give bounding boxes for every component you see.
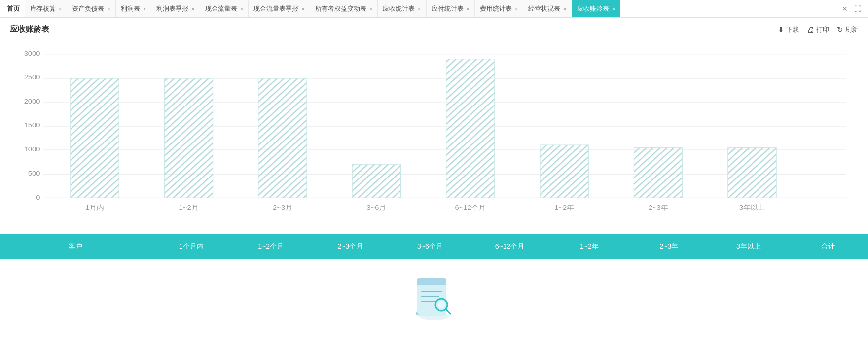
tab-equity[interactable]: 所有者权益变动表 × xyxy=(310,0,378,18)
svg-text:1月内: 1月内 xyxy=(85,203,104,211)
svg-text:1500: 1500 xyxy=(24,121,40,129)
svg-text:2500: 2500 xyxy=(24,73,40,81)
svg-text:0: 0 xyxy=(36,193,40,201)
tab-profit-quarterly-label: 利润表季报 xyxy=(156,4,188,13)
bar-1月内 xyxy=(71,78,119,198)
refresh-label: 刷新 xyxy=(845,25,858,34)
empty-state xyxy=(0,259,868,355)
window-maximize-btn[interactable]: ⛶ xyxy=(853,4,862,13)
svg-text:1~2月: 1~2月 xyxy=(179,203,199,211)
bar-3-6月 xyxy=(352,164,400,198)
col-3year-plus: 3年以上 xyxy=(709,242,788,251)
col-1month: 1个月内 xyxy=(151,242,231,251)
tab-profit-close[interactable]: × xyxy=(143,6,146,12)
tab-expense-stat[interactable]: 费用统计表 × xyxy=(475,0,523,18)
tab-cashflow-quarterly[interactable]: 现金流量表季报 × xyxy=(249,0,310,18)
tab-equity-close[interactable]: × xyxy=(369,6,372,12)
svg-text:2000: 2000 xyxy=(24,98,40,105)
table-header: 客户 1个月内 1~2个月 2~3个月 3~6个月 6~12个月 1~2年 2~… xyxy=(0,234,868,259)
bar-1-2月 xyxy=(164,78,213,198)
window-controls: ✕ ⛶ xyxy=(840,4,866,13)
header-actions: ⬇ 下载 🖨 打印 ↻ 刷新 xyxy=(778,25,858,34)
print-icon: 🖨 xyxy=(807,25,814,34)
tab-balance-close[interactable]: × xyxy=(107,6,110,12)
svg-point-30 xyxy=(438,301,445,308)
svg-text:3000: 3000 xyxy=(24,50,40,57)
tab-ar-stat-close[interactable]: × xyxy=(418,6,421,12)
tab-cashflow-close[interactable]: × xyxy=(240,6,243,12)
tab-expense-stat-label: 费用统计表 xyxy=(480,4,512,13)
tab-cashflow-quarterly-label: 现金流量表季报 xyxy=(253,4,298,13)
col-2-3month: 2~3个月 xyxy=(311,242,390,251)
svg-text:3年以上: 3年以上 xyxy=(739,203,765,211)
tab-ap-stat[interactable]: 应付统计表 × xyxy=(427,0,475,18)
tab-expense-stat-close[interactable]: × xyxy=(515,6,518,12)
bar-3年以上 xyxy=(728,148,776,198)
print-label: 打印 xyxy=(816,25,829,34)
chart-area: 0 500 1000 1500 2000 2500 3000 xyxy=(0,41,868,234)
svg-text:1~2年: 1~2年 xyxy=(554,203,574,211)
svg-text:2~3月: 2~3月 xyxy=(273,203,292,211)
bar-2-3年 xyxy=(634,148,682,198)
tab-profit-quarterly[interactable]: 利润表季报 × xyxy=(151,0,200,18)
tab-home[interactable]: 首页 xyxy=(2,0,25,18)
col-customer: 客户 xyxy=(0,242,151,251)
page-title: 应收账龄表 xyxy=(10,24,49,35)
tab-ar-aging[interactable]: 应收账龄表 × xyxy=(572,0,620,18)
chart-svg: 0 500 1000 1500 2000 2500 3000 xyxy=(10,46,858,234)
col-total: 合计 xyxy=(789,242,868,251)
tab-operation-label: 经营状况表 xyxy=(528,4,560,13)
tab-profit-label: 利润表 xyxy=(121,4,140,13)
col-2-3year: 2~3年 xyxy=(629,242,709,251)
refresh-button[interactable]: ↻ 刷新 xyxy=(837,25,858,34)
tab-profit-quarterly-close[interactable]: × xyxy=(191,6,194,12)
svg-line-31 xyxy=(446,309,450,314)
svg-text:3~6月: 3~6月 xyxy=(366,203,386,211)
tab-profit[interactable]: 利润表 × xyxy=(116,0,151,18)
download-button[interactable]: ⬇ 下载 xyxy=(778,25,799,34)
svg-text:6~12个月: 6~12个月 xyxy=(455,203,485,211)
bar-6-12月 xyxy=(446,59,495,198)
page-header: 应收账龄表 ⬇ 下载 🖨 打印 ↻ 刷新 xyxy=(0,18,868,41)
tab-operation-close[interactable]: × xyxy=(563,6,566,12)
tab-inventory-close[interactable]: × xyxy=(59,6,62,12)
print-button[interactable]: 🖨 打印 xyxy=(807,25,829,34)
svg-text:2~3年: 2~3年 xyxy=(649,203,668,211)
tab-ar-stat-label: 应收统计表 xyxy=(383,4,415,13)
svg-text:500: 500 xyxy=(28,169,40,177)
tab-ar-stat[interactable]: 应收统计表 × xyxy=(378,0,426,18)
bar-1-2年 xyxy=(540,145,588,198)
download-label: 下载 xyxy=(786,25,799,34)
col-6-12month: 6~12个月 xyxy=(470,242,549,251)
svg-rect-25 xyxy=(417,278,446,285)
tab-cashflow[interactable]: 现金流量表 × xyxy=(200,0,249,18)
tab-cashflow-label: 现金流量表 xyxy=(205,4,237,13)
tab-equity-label: 所有者权益变动表 xyxy=(315,4,366,13)
tab-ap-stat-close[interactable]: × xyxy=(467,6,470,12)
main-content: 0 500 1000 1500 2000 2500 3000 xyxy=(0,41,868,355)
tab-inventory-label: 库存核算 xyxy=(30,4,56,13)
tab-inventory[interactable]: 库存核算 × xyxy=(25,0,67,18)
tab-balance[interactable]: 资产负债表 × xyxy=(67,0,115,18)
tab-ar-aging-close[interactable]: × xyxy=(612,6,615,12)
col-1-2month: 1~2个月 xyxy=(231,242,310,251)
tab-ar-aging-label: 应收账龄表 xyxy=(577,4,609,13)
col-1-2year: 1~2年 xyxy=(549,242,629,251)
bar-2-3月 xyxy=(258,78,307,198)
window-close-btn[interactable]: ✕ xyxy=(840,4,849,13)
refresh-icon: ↻ xyxy=(837,25,843,34)
tab-ap-stat-label: 应付统计表 xyxy=(432,4,464,13)
tab-operation[interactable]: 经营状况表 × xyxy=(523,0,572,18)
download-icon: ⬇ xyxy=(778,25,784,34)
svg-text:1000: 1000 xyxy=(24,145,40,153)
tab-home-label: 首页 xyxy=(7,4,20,13)
tab-cashflow-quarterly-close[interactable]: × xyxy=(301,6,304,12)
col-3-6month: 3~6个月 xyxy=(390,242,470,251)
tab-balance-label: 资产负债表 xyxy=(72,4,104,13)
tab-bar: 首页 库存核算 × 资产负债表 × 利润表 × 利润表季报 × 现金流量表 × … xyxy=(0,0,868,18)
empty-illustration xyxy=(407,269,461,323)
